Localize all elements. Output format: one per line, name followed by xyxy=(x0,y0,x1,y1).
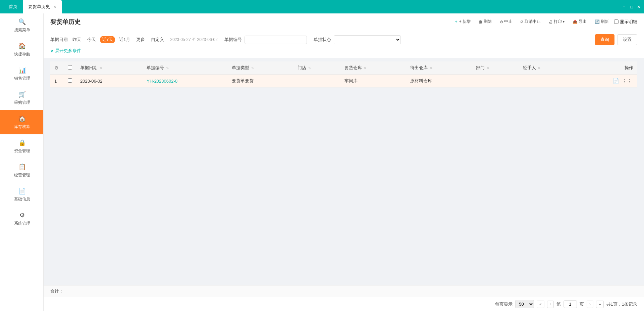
window-maximize-btn[interactable]: □ xyxy=(630,4,633,9)
column-settings-icon[interactable]: ⚙ xyxy=(54,65,59,71)
row-checkbox[interactable] xyxy=(68,78,72,83)
summary-label: 合计： xyxy=(50,288,63,294)
row-operations: 📄 ⋮⋮ xyxy=(575,75,637,88)
print-icon: 🖨 xyxy=(549,19,553,24)
sidebar-item-sales-mgmt[interactable]: 📊 销售管理 xyxy=(0,62,43,86)
sort-bill-no-icon[interactable]: ⇅ xyxy=(166,66,169,70)
pagination-bar: 每页显示 50 100 « ‹ 第 页 › » 共1页，1条记录 xyxy=(44,297,644,311)
sidebar-item-quick-nav-label: 快捷导航 xyxy=(14,51,30,57)
export-button[interactable]: 📤 导出 xyxy=(570,17,589,26)
stop-icon: ⊘ xyxy=(500,19,503,24)
row-edit-icon[interactable]: 📄 xyxy=(613,78,619,84)
bill-no-label: 单据编号 xyxy=(224,37,242,43)
query-button[interactable]: 查询 xyxy=(595,34,614,45)
operations-mgmt-icon: 📋 xyxy=(18,163,26,171)
sidebar-item-quick-nav[interactable]: 🏠 快捷导航 xyxy=(0,38,43,62)
print-button[interactable]: 🖨 打印 ▾ xyxy=(546,17,567,26)
sort-store-icon[interactable]: ⇅ xyxy=(308,66,311,70)
window-minimize-btn[interactable]: － xyxy=(622,4,626,10)
search-menu-icon: 🔍 xyxy=(18,18,26,26)
th-department-label: 部门 xyxy=(476,65,485,70)
refresh-icon: 🔄 xyxy=(595,19,600,24)
show-detail-checkbox-label[interactable]: 显示明细 xyxy=(614,19,637,25)
status-select[interactable] xyxy=(334,35,401,44)
delete-button[interactable]: 🗑 删除 xyxy=(476,17,494,26)
window-close-btn[interactable]: ✕ xyxy=(637,4,641,9)
chevron-down-icon: ∨ xyxy=(50,48,54,53)
th-handler: 经手人 ⇅ xyxy=(519,61,575,75)
new-button[interactable]: ＋ + 新增 xyxy=(451,17,473,26)
prev-page-btn[interactable]: ‹ xyxy=(547,301,554,308)
purchase-mgmt-icon: 🛒 xyxy=(18,91,26,98)
page-suffix: 页 xyxy=(580,301,584,307)
sidebar-item-finance-mgmt-label: 资金管理 xyxy=(14,148,30,154)
page-size-select[interactable]: 50 100 xyxy=(515,300,534,308)
row-more-icon[interactable]: ⋮⋮ xyxy=(622,78,632,84)
delete-label: 删除 xyxy=(484,19,492,25)
select-all-checkbox[interactable] xyxy=(68,65,72,70)
last-page-btn[interactable]: » xyxy=(596,301,604,308)
row-bill-no-link[interactable]: YH-20230602-0 xyxy=(147,79,177,84)
row-bill-type: 要货单要货 xyxy=(228,75,293,88)
sidebar-item-inventory-calc[interactable]: 🏠 库存核算 xyxy=(0,110,43,134)
tab-requisition-history-label: 要货单历史 xyxy=(28,4,50,10)
sort-handler-icon[interactable]: ⇅ xyxy=(538,66,540,70)
date-opt-last1month[interactable]: 近1月 xyxy=(117,36,132,43)
finance-mgmt-icon: 🔒 xyxy=(18,139,26,146)
sidebar-item-system-mgmt[interactable]: ⚙ 系统管理 xyxy=(0,207,43,231)
sort-department-icon[interactable]: ⇅ xyxy=(487,66,489,70)
per-page-label: 每页显示 xyxy=(495,301,513,307)
action-buttons: 查询 设置 xyxy=(595,34,637,45)
tab-home[interactable]: 首页 xyxy=(3,0,23,13)
sort-pending-warehouse-icon[interactable]: ⇅ xyxy=(430,66,432,70)
th-pending-warehouse-label: 待出仓库 xyxy=(410,65,428,70)
date-opt-more[interactable]: 更多 xyxy=(134,36,147,43)
th-bill-no-label: 单据编号 xyxy=(147,65,164,70)
refresh-button[interactable]: 🔄 刷新 xyxy=(592,17,611,26)
export-icon: 📤 xyxy=(573,19,578,24)
first-page-btn[interactable]: « xyxy=(537,301,544,308)
page-header: 要货单历史 ＋ + 新增 🗑 删除 ⊘ 中止 ⊘ 取消中止 xyxy=(44,13,644,30)
sidebar-item-operations-mgmt-label: 经营管理 xyxy=(14,172,30,178)
tab-close-icon[interactable]: ✕ xyxy=(53,5,56,9)
sidebar-item-search-menu[interactable]: 🔍 搜索菜单 xyxy=(0,13,43,38)
sidebar-item-operations-mgmt[interactable]: 📋 经营管理 xyxy=(0,159,43,183)
sort-bill-type-icon[interactable]: ⇅ xyxy=(251,66,254,70)
sort-date-icon[interactable]: ⇅ xyxy=(100,66,102,70)
bill-no-input[interactable] xyxy=(245,36,307,44)
toolbar: ＋ + 新增 🗑 删除 ⊘ 中止 ⊘ 取消中止 🖨 打印 xyxy=(451,17,637,26)
date-opt-last7days[interactable]: 近7天 xyxy=(100,36,115,43)
expand-more-btn[interactable]: ∨ 展开更多条件 xyxy=(50,48,637,54)
sidebar-item-base-info[interactable]: 📄 基础信息 xyxy=(0,183,43,207)
th-bill-type-label: 单据类型 xyxy=(232,65,249,70)
date-opt-yesterday[interactable]: 昨天 xyxy=(70,36,83,43)
cancel-stop-icon: ⊘ xyxy=(520,19,524,24)
date-filter-label: 单据日期 xyxy=(50,37,68,43)
row-bill-no: YH-20230602-0 xyxy=(143,75,228,88)
table-area: ⚙ 单据日期 ⇅ 单据编号 ⇅ xyxy=(44,58,644,285)
sidebar-item-purchase-mgmt[interactable]: 🛒 采购管理 xyxy=(0,86,43,110)
page-input[interactable] xyxy=(564,300,577,308)
show-detail-checkbox[interactable] xyxy=(614,19,619,24)
system-mgmt-icon: ⚙ xyxy=(19,212,25,219)
date-opt-today[interactable]: 今天 xyxy=(85,36,98,43)
sidebar-item-purchase-mgmt-label: 采购管理 xyxy=(14,100,30,105)
stop-button[interactable]: ⊘ 中止 xyxy=(497,17,515,26)
date-opt-custom[interactable]: 自定义 xyxy=(149,36,166,43)
row-num: 1 xyxy=(50,75,64,88)
th-req-warehouse: 要货仓库 ⇅ xyxy=(340,61,406,75)
status-filter: 单据状态 xyxy=(314,35,401,44)
sort-req-warehouse-icon[interactable]: ⇅ xyxy=(364,66,366,70)
sales-mgmt-icon: 📊 xyxy=(18,66,26,74)
date-filter: 单据日期 昨天 今天 近7天 近1月 更多 自定义 2023-05-27 至 2… xyxy=(50,36,218,43)
sidebar-item-inventory-calc-label: 库存核算 xyxy=(14,124,30,130)
tab-requisition-history[interactable]: 要货单历史 ✕ xyxy=(23,0,62,13)
data-table: ⚙ 单据日期 ⇅ 单据编号 ⇅ xyxy=(50,61,637,88)
main-layout: 🔍 搜索菜单 🏠 快捷导航 📊 销售管理 🛒 采购管理 🏠 库存核算 🔒 资金管… xyxy=(0,13,644,311)
cancel-stop-button[interactable]: ⊘ 取消中止 xyxy=(518,17,543,26)
sidebar-item-search-menu-label: 搜索菜单 xyxy=(14,27,30,33)
next-page-btn[interactable]: › xyxy=(587,301,593,308)
sidebar-item-finance-mgmt[interactable]: 🔒 资金管理 xyxy=(0,134,43,159)
content-area: 要货单历史 ＋ + 新增 🗑 删除 ⊘ 中止 ⊘ 取消中止 xyxy=(44,13,644,311)
settings-button[interactable]: 设置 xyxy=(617,34,637,45)
